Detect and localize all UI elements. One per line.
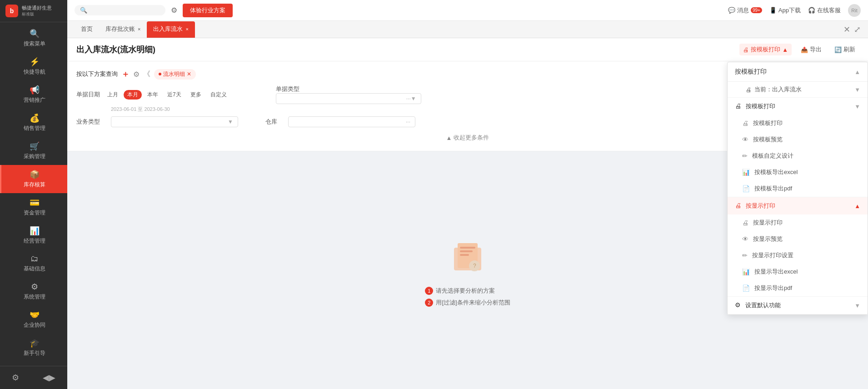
template-item-按模板导出excel[interactable]: 📊按模板导出excel [728,164,868,180]
sidebar-item-system[interactable]: ⚙系统管理 [0,277,67,305]
display-item-按显示预览[interactable]: 👁按显示预览 [728,231,868,247]
topbar-gear-icon[interactable]: ⚙ [171,6,177,15]
sidebar-item-purchase[interactable]: 🛒采购管理 [0,137,67,165]
date-tab-本月[interactable]: 本月 [124,90,142,100]
date-tab-自定义[interactable]: 自定义 [207,90,230,100]
template-item-label: 模板自定义设计 [752,152,793,160]
sidebar-item-search[interactable]: 🔍搜索菜单 [0,24,67,52]
sidebar-item-finance[interactable]: 💳资金管理 [0,193,67,221]
basic-icon: 🗂 [30,254,39,264]
bill-type-arrow-icon: ▼ [411,95,416,102]
app-download-label: App下载 [778,6,801,15]
sidebar-label-shortcut: 快捷导航 [24,68,45,76]
sidebar-item-sales[interactable]: 💰销售管理 [0,109,67,137]
business-type-select[interactable]: ▼ [111,116,238,127]
sidebar-item-collab[interactable]: 🤝企业协同 [0,305,67,334]
dropdown-current-section: 🖨 当前：出入库流水 ▼ [728,82,868,98]
flow-tag-close[interactable]: ✕ [187,71,191,77]
sidebar-label-guide: 新手引导 [24,349,45,357]
filter-collapse-button[interactable]: 《 [143,70,150,79]
template-item-label: 按模板导出excel [754,168,798,176]
display-item-icon: ✏ [742,252,748,259]
tab-home[interactable]: 首页 [75,21,99,38]
export-button[interactable]: 📤 导出 [797,44,825,55]
sidebar-item-marketing[interactable]: 📢营销推广 [0,80,67,109]
tab-expand[interactable]: ⤢ [854,25,861,35]
date-tabs: 上月本月本年近7天更多自定义 [104,90,230,100]
tab-flow-close[interactable]: × [185,26,188,32]
empty-hint-steps: 1 请先选择要分析的方案 2 用[过滤]条件来缩小分析范围 [425,287,510,307]
template-item-按模板打印[interactable]: 🖨按模板打印 [728,115,868,131]
business-type-arrow-icon: ▼ [228,119,233,125]
user-avatar[interactable]: Rit [848,4,861,17]
template-item-按模板预览[interactable]: 👁按模板预览 [728,131,868,148]
template-item-icon: 👁 [742,136,748,143]
date-tab-本年[interactable]: 本年 [144,90,162,100]
display-section-icon: 🖨 [735,202,741,209]
current-label-text: 当前：出入库流水 [754,85,802,94]
filter-add-button[interactable]: ＋ [121,69,130,80]
sidebar-settings-btn[interactable]: ⚙ [8,371,23,384]
sidebar-item-shortcut[interactable]: ⚡快捷导航 [0,52,67,80]
purchase-icon: 🛒 [30,141,40,151]
message-label: 消息 [737,6,749,15]
tab-batch[interactable]: 库存批次账 × [99,21,147,38]
sidebar-item-inventory[interactable]: 📦库存核算 [0,165,67,193]
page-header: 出入库流水(流水明细) 🖨 按模板打印 ▲ 📤 导出 🔄 刷新 [67,38,868,61]
sidebar-label-search: 搜索菜单 [24,40,45,48]
online-service-button[interactable]: 🎧 在线客服 [808,6,841,15]
display-item-按显示打印[interactable]: 🖨按显示打印 [728,214,868,231]
inventory-icon: 📦 [30,170,40,180]
template-item-模板自定义设计[interactable]: ✏模板自定义设计 [728,148,868,164]
date-tab-上月[interactable]: 上月 [104,90,122,100]
message-button[interactable]: 💬 消息 99+ [728,6,762,15]
bill-type-select[interactable]: ··· ▼ [276,93,421,104]
settings-section-header[interactable]: ⚙ 设置默认功能 ▼ [728,297,868,314]
tab-flow[interactable]: 出入库流水 × [147,21,195,38]
sidebar-logo: b 畅捷通好生意 标准版 [0,0,67,22]
template-item-按模板导出pdf[interactable]: 📄按模板导出pdf [728,180,868,197]
logo-name: 畅捷通好生意 [22,5,52,11]
tab-batch-close[interactable]: × [138,26,140,32]
trial-button[interactable]: 体验行业方案 [183,4,233,17]
main-area: 🔍 ⚙ 体验行业方案 💬 消息 99+ 📱 App下载 🎧 在线客服 Rit 首… [67,0,868,389]
sidebar-item-operation[interactable]: 📊经营管理 [0,221,67,249]
dropdown-header-arrow[interactable]: ▲ [854,69,860,75]
filter-settings-button[interactable]: ⚙ [133,70,140,79]
page-title: 出入库流水(流水明细) [76,44,155,60]
topbar: 🔍 ⚙ 体验行业方案 💬 消息 99+ 📱 App下载 🎧 在线客服 Rit [67,0,868,21]
settings-section-icon: ⚙ [735,301,741,309]
display-item-按显示打印设置[interactable]: ✏按显示打印设置 [728,247,868,264]
svg-text:?: ? [473,263,476,269]
date-tab-近7天[interactable]: 近7天 [164,90,185,100]
sidebar-label-sales: 销售管理 [24,125,45,132]
step-1-number: 1 [425,287,433,295]
print-template-button[interactable]: 🖨 按模板打印 ▲ [739,44,792,55]
sidebar-item-guide[interactable]: 🎓新手引导 [0,334,67,362]
display-item-按显示导出excel[interactable]: 📊按显示导出excel [728,264,868,280]
collapse-up-icon: ▲ [446,135,452,141]
display-section-header[interactable]: 🖨 按显示打印 ▲ [728,197,868,214]
sidebar-menu-btn[interactable]: ◀▶ [39,371,59,384]
tab-close-all[interactable]: ✕ [843,25,850,35]
sidebar-label-operation: 经营管理 [24,237,45,245]
warehouse-more-icon: ··· [406,119,410,125]
date-tab-更多[interactable]: 更多 [187,90,205,100]
current-item[interactable]: 🖨 当前：出入库流水 ▼ [728,82,868,97]
warehouse-select[interactable]: ··· [288,116,415,127]
template-section-header[interactable]: 🖨 按模板打印 ▼ [728,98,868,115]
display-item-按显示导出pdf[interactable]: 📄按显示导出pdf [728,280,868,296]
template-section-label: 按模板打印 [746,103,775,110]
print-template-label: 按模板打印 [751,45,780,54]
filter-label: 按以下方案查询 [76,70,118,78]
app-download-button[interactable]: 📱 App下载 [769,6,801,15]
sidebar-item-basic[interactable]: 🗂基础信息 [0,249,67,277]
topbar-search-box[interactable]: 🔍 [75,5,165,15]
warehouse-field: 仓库 ··· [265,116,415,127]
refresh-button[interactable]: 🔄 刷新 [831,44,859,55]
sidebar-item-apps[interactable]: 🔲应用中心 [0,362,67,366]
tab-batch-label: 库存批次账 [105,25,135,33]
export-icon: 📤 [801,46,808,53]
search-input[interactable] [90,7,154,14]
empty-state-icon: ? [445,234,490,279]
